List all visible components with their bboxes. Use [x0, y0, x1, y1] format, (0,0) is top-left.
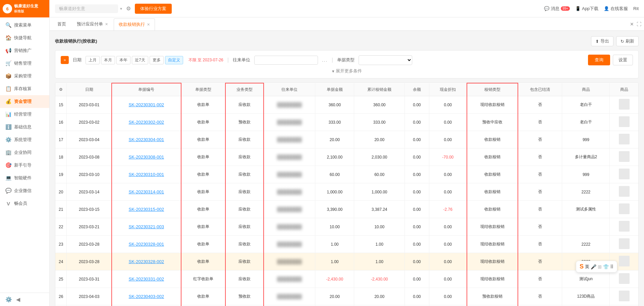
doc-no-link[interactable]: SK-20230328-001	[129, 242, 164, 247]
refresh-button[interactable]: ↻ 刷新	[616, 36, 639, 46]
topbar-right: 💬 消息 99+ 📱 App下载 👤 在线客服 Rit	[544, 6, 639, 12]
sidebar-item-guide[interactable]: 🎯 新手引导	[0, 159, 49, 172]
sidebar-item-member[interactable]: V 畅会员	[0, 197, 49, 210]
sidebar-item-wechat[interactable]: 💬 企业微信	[0, 184, 49, 197]
goods2-cell	[610, 96, 638, 114]
doc-no-link[interactable]: SK-20230308-001	[129, 155, 164, 160]
tab-home[interactable]: 首页	[52, 18, 71, 30]
doc-no-link[interactable]: SK-20230315-002	[129, 207, 164, 212]
amount-cell: 20.00	[315, 131, 354, 148]
data-table-container: ⚙ 日期 单据编号 单据类型 业务类型 往来单位 单据金额 累计核销金额 余额 …	[55, 82, 639, 306]
doc-no-cell: SK-20230314-001	[112, 183, 181, 201]
home-tab-label: 首页	[57, 21, 66, 27]
content-area: 收款核销执行(按收款) ⬆ 导出 ↻ 刷新 » 日期 上月 本月	[50, 31, 644, 306]
included-cell: 否	[518, 114, 562, 131]
col-goods2: 商品	[610, 83, 638, 96]
table-row: 21 2023-03-15 SK-20230315-002 收款单 应收款 ██…	[55, 201, 638, 218]
receipt-tab-close-icon[interactable]: ✕	[147, 22, 150, 27]
more-filters-dots[interactable]: ...	[322, 58, 328, 63]
sidebar-item-hardware[interactable]: 💻 智能硬件	[0, 172, 49, 184]
table-row: 16 2023-03-02 SK-20230302-002 收款单 预收款 ██…	[55, 114, 638, 131]
expand-more-button[interactable]: ▾ 展开更多条件	[332, 68, 362, 74]
this-year-button[interactable]: 本年	[116, 56, 130, 64]
col-biz-type: 业务类型	[225, 83, 263, 96]
messages-group[interactable]: 💬 消息 99+	[544, 6, 570, 12]
topbar-gear-icon[interactable]: ⚙	[126, 5, 131, 12]
doc-no-link[interactable]: SK-20230310-001	[129, 172, 164, 177]
cash-discount-cell: 0.00	[429, 96, 467, 114]
sidebar-item-operation[interactable]: 📊 经营管理	[0, 108, 49, 121]
custom-date-button[interactable]: 自定义	[165, 56, 183, 64]
doc-type-select[interactable]	[359, 55, 412, 65]
sidebar-item-finance[interactable]: 💰 资金管理	[0, 95, 49, 108]
logo-sub: 标推版	[14, 9, 38, 14]
doc-type-cell: 收款单	[181, 236, 226, 253]
settled-cell: 3,387.24	[354, 201, 405, 218]
sidebar-item-system[interactable]: ⚙️ 系统管理	[0, 133, 49, 146]
cash-discount-cell: 0.00	[429, 131, 467, 148]
sidebar-item-marketing[interactable]: 📢 营销推广	[0, 44, 49, 57]
doc-no-link[interactable]: SK-20230301-002	[129, 102, 164, 107]
doc-no-link[interactable]: SK-20230331-002	[129, 277, 164, 282]
sidebar-item-sales[interactable]: 🛒 销售管理	[0, 57, 49, 70]
close-all-icon[interactable]: ✕	[630, 21, 634, 27]
sidebar-item-label: 资金管理	[14, 99, 32, 105]
expand-icon: ▾	[332, 69, 334, 74]
expand-more-row: ▾ 展开更多条件	[61, 68, 633, 74]
app-download-group[interactable]: 📱 App下载	[575, 6, 598, 12]
balance-cell: 0.00	[405, 201, 429, 218]
tab-receipt[interactable]: 收款核销执行 ✕	[114, 18, 155, 30]
settled-cell: 1.00	[354, 236, 405, 253]
doc-type-cell: 收款单	[181, 131, 226, 148]
settings-icon[interactable]: ⚙️	[5, 296, 12, 303]
doc-no-link[interactable]: SK-20230302-002	[129, 120, 164, 125]
sidebar-item-search[interactable]: 🔍 搜索菜单	[0, 19, 49, 32]
doc-no-link[interactable]: SK-20230321-003	[129, 224, 164, 229]
doc-no-link[interactable]: SK-20230328-002	[129, 259, 164, 264]
sidebar: 6 畅康道好生意 标推版 🔍 搜索菜单 🏠 快捷导航 📢 营销推广 🛒 销售管理…	[0, 0, 50, 306]
prepay-tab-close-icon[interactable]: ✕	[105, 22, 108, 26]
balance-cell: 0.00	[405, 288, 429, 305]
messages-icon: 💬	[544, 6, 549, 11]
page-actions: ⬆ 导出 ↻ 刷新	[591, 36, 639, 46]
tab-prepay[interactable]: 预计应应付单 ✕	[72, 18, 113, 30]
sidebar-item-quick[interactable]: 🏠 快捷导航	[0, 32, 49, 44]
last-7days-button[interactable]: 近7天	[132, 56, 148, 64]
balance-cell: 0.00	[405, 236, 429, 253]
table-row: 17 2023-03-04 SK-20230304-001 收款单 应收款 ██…	[55, 131, 638, 148]
more-dates-button[interactable]: 更多	[150, 56, 164, 64]
basic-icon: ℹ️	[5, 124, 11, 130]
service-group[interactable]: 👤 在线客服	[604, 6, 628, 12]
date-cell: 2023-03-15	[67, 201, 112, 218]
settled-cell: 20.00	[354, 288, 405, 305]
partner-filter-input[interactable]	[254, 56, 318, 65]
fullscreen-icon[interactable]: ⛶	[637, 21, 641, 27]
dropdown-arrow-icon[interactable]: ▾	[120, 6, 122, 11]
doc-no-link[interactable]: SK-20230304-001	[129, 137, 164, 142]
user-name: Rit	[633, 6, 639, 11]
export-button[interactable]: ⬆ 导出	[591, 36, 613, 46]
logo-icon: 6	[3, 4, 12, 13]
query-button[interactable]: 查询	[588, 55, 610, 65]
col-settings[interactable]: ⚙	[55, 83, 67, 96]
col-amount: 单据金额	[315, 83, 354, 96]
doc-no-link[interactable]: SK-20230314-001	[129, 189, 164, 194]
solution-button[interactable]: 体验行业方案	[135, 4, 172, 14]
sidebar-item-basic[interactable]: ℹ️ 基础信息	[0, 121, 49, 133]
filter-setting-button[interactable]: 设置	[613, 55, 633, 65]
last-month-button[interactable]: 上月	[86, 56, 100, 64]
sales-icon: 🛒	[5, 60, 11, 66]
sidebar-item-inventory[interactable]: 📋 库存核算	[0, 82, 49, 95]
filter-expand-button[interactable]: »	[61, 56, 69, 64]
sidebar-item-company[interactable]: 🏢 企业协同	[0, 146, 49, 159]
collapse-icon[interactable]: ◀	[16, 296, 20, 303]
date-cell: 2023-03-02	[67, 114, 112, 131]
partner-cell: ████████	[264, 201, 315, 218]
sidebar-item-label: 企业微信	[14, 188, 32, 194]
this-month-button[interactable]: 本月	[101, 56, 115, 64]
sidebar-item-purchase[interactable]: 📦 采购管理	[0, 70, 49, 82]
doc-no-link[interactable]: SK-20230403-002	[129, 294, 164, 299]
app-logo: 6 畅康道好生意 标推版	[0, 0, 49, 17]
goods1-cell: 测试多属性	[562, 201, 610, 218]
cash-discount-cell: 0.00	[429, 114, 467, 131]
